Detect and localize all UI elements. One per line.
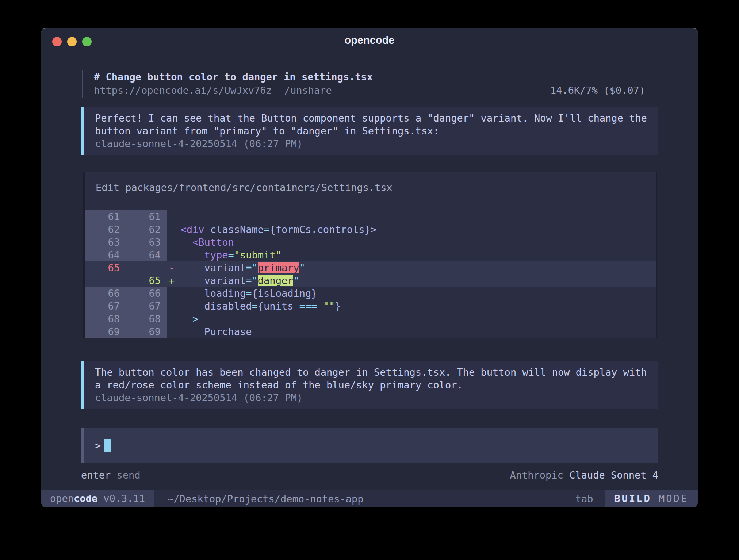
diff-sign bbox=[169, 237, 175, 248]
new-line-number: 64 bbox=[125, 249, 167, 261]
old-line-number: 63 bbox=[85, 236, 125, 249]
code-line: + variant="danger" bbox=[167, 274, 656, 287]
code-token: "submit" bbox=[234, 249, 282, 261]
code-token: Purchase bbox=[204, 326, 252, 337]
opencode-window: opencode # Change button color to danger… bbox=[41, 28, 698, 507]
code-line: <Button bbox=[167, 236, 656, 249]
diff-row: 65+ variant="danger" bbox=[85, 274, 656, 287]
code-token: =" bbox=[246, 262, 258, 273]
code-token: className bbox=[204, 224, 264, 235]
working-directory: ~/Desktop/Projects/demo-notes-app bbox=[168, 493, 363, 505]
code-token: } bbox=[335, 300, 341, 312]
new-line-number: 67 bbox=[125, 300, 167, 312]
code-token: primary bbox=[258, 262, 299, 273]
code-line: <div className={formCs.controls}> bbox=[167, 223, 656, 236]
code-line: type="submit" bbox=[167, 249, 656, 261]
old-line-number: 66 bbox=[85, 287, 125, 300]
code-token: {isLoading} bbox=[252, 288, 317, 299]
text-cursor bbox=[104, 439, 111, 452]
diff-row: 6262 <div className={formCs.controls}> bbox=[85, 223, 656, 236]
code-token: disabled bbox=[204, 300, 252, 312]
code-token: = bbox=[264, 224, 269, 235]
code-line: > bbox=[167, 312, 656, 325]
code-token: =" bbox=[246, 275, 258, 286]
diff-row: 6464 type="submit" bbox=[85, 249, 656, 261]
app-version-chip: opencode v0.3.11 bbox=[41, 490, 154, 507]
diff-sign bbox=[169, 224, 175, 235]
status-bar: opencode v0.3.11 ~/Desktop/Projects/demo… bbox=[41, 490, 698, 507]
diff-row: 65- variant="primary" bbox=[85, 261, 656, 274]
old-line-number bbox=[85, 274, 125, 287]
diff-row: 6969 Purchase bbox=[85, 325, 656, 338]
app-name-code: code bbox=[74, 493, 97, 504]
diff-sign bbox=[169, 211, 175, 222]
diff-row: 6868 > bbox=[85, 312, 656, 325]
new-line-number: 69 bbox=[125, 325, 167, 338]
new-line-number: 63 bbox=[125, 236, 167, 249]
mode-chip: BUILD MODE bbox=[605, 490, 698, 507]
new-line-number: 61 bbox=[125, 210, 167, 223]
code-token: > bbox=[192, 313, 198, 325]
model-indicator: Anthropic Claude Sonnet 4 bbox=[510, 469, 658, 482]
send-hint: enter send bbox=[81, 469, 141, 482]
old-line-number: 65 bbox=[85, 261, 125, 274]
session-header: # Change button color to danger in setti… bbox=[82, 70, 658, 98]
hint-bar: enter send Anthropic Claude Sonnet 4 bbox=[81, 469, 658, 482]
code-token: <div bbox=[181, 224, 204, 235]
old-line-number: 62 bbox=[85, 223, 125, 236]
diff-view: 6161 6262 <div className={formCs.control… bbox=[85, 210, 656, 338]
diff-sign bbox=[169, 313, 175, 325]
edit-file-title: Edit packages/frontend/src/containers/Se… bbox=[96, 181, 656, 194]
model-timestamp: claude-sonnet-4-20250514 (06:27 PM) bbox=[95, 391, 648, 404]
share-url[interactable]: https://opencode.ai/s/UwJxv76z bbox=[94, 85, 272, 96]
diff-sign: - bbox=[169, 262, 175, 273]
old-line-number: 67 bbox=[85, 300, 125, 312]
message-text: Perfect! I can see that the Button compo… bbox=[95, 112, 648, 137]
code-token: = bbox=[252, 300, 258, 312]
prompt-caret: > bbox=[95, 440, 101, 451]
diff-row: 6666 loading={isLoading} bbox=[85, 287, 656, 300]
code-token: {units bbox=[258, 300, 299, 312]
old-line-number: 64 bbox=[85, 249, 125, 261]
app-name-open: open bbox=[50, 493, 74, 504]
new-line-number: 66 bbox=[125, 287, 167, 300]
code-line: loading={isLoading} bbox=[167, 287, 656, 300]
code-token: = bbox=[246, 288, 252, 299]
diff-row: 6161 bbox=[85, 210, 656, 223]
code-token: variant bbox=[204, 262, 246, 273]
send-label: send bbox=[117, 469, 141, 481]
diff-sign: + bbox=[169, 275, 175, 286]
diff-sign bbox=[169, 288, 175, 299]
code-token: " bbox=[293, 275, 299, 286]
unshare-command[interactable]: /unshare bbox=[284, 85, 332, 96]
window-title: opencode bbox=[41, 34, 698, 46]
code-token: type bbox=[204, 249, 228, 261]
diff-sign bbox=[169, 300, 175, 312]
mode-name: BUILD bbox=[614, 493, 651, 504]
code-token: loading bbox=[204, 288, 246, 299]
enter-key-hint: enter bbox=[81, 469, 111, 481]
app-version: v0.3.11 bbox=[97, 493, 145, 504]
diff-row: 6767 disabled={units === ""} bbox=[85, 300, 656, 312]
diff-sign bbox=[169, 326, 175, 337]
old-line-number: 68 bbox=[85, 312, 125, 325]
code-line: disabled={units === ""} bbox=[167, 300, 656, 312]
assistant-message: Perfect! I can see that the Button compo… bbox=[81, 107, 658, 155]
code-token: <Button bbox=[192, 237, 234, 248]
code-token: "" bbox=[323, 300, 335, 312]
code-token: = bbox=[228, 249, 234, 261]
code-line: - variant="primary" bbox=[167, 261, 656, 274]
provider-name: Anthropic bbox=[510, 469, 563, 481]
assistant-message: The button color has been changed to dan… bbox=[81, 361, 658, 409]
mode-suffix: MODE bbox=[651, 493, 688, 504]
diff-row: 6363 <Button bbox=[85, 236, 656, 249]
new-line-number bbox=[125, 261, 167, 274]
tab-key-hint[interactable]: tab bbox=[575, 493, 593, 505]
code-token: === bbox=[299, 300, 323, 312]
prompt-input[interactable]: > bbox=[81, 428, 658, 463]
new-line-number: 68 bbox=[125, 312, 167, 325]
code-token: danger bbox=[258, 275, 294, 286]
code-token: " bbox=[299, 262, 305, 273]
code-line bbox=[167, 210, 656, 223]
new-line-number: 65 bbox=[125, 274, 167, 287]
